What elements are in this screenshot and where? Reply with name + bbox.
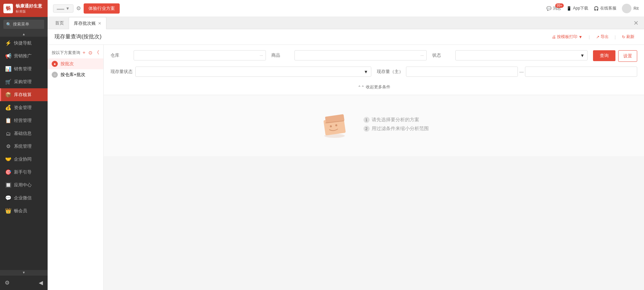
status-select[interactable]: ▼ [455,50,588,60]
filter-area: 仓库 ··· 商品 ··· [104,45,644,95]
empty-state: 1 请先选择要分析的方案 2 用过滤条件来缩小分析范围 [104,95,644,156]
warehouse-more-icon: ··· [260,53,263,57]
nav-label-system: 系统管理 [14,143,32,149]
online-service-button[interactable]: 🎧 在线客服 [594,5,616,11]
tab-close-icon[interactable]: ✕ [98,21,101,26]
settings-footer-button[interactable]: ⚙ [3,278,11,287]
collapse-up-icon: ⌃⌃ [358,85,365,90]
query-button[interactable]: 查询 [593,50,615,61]
sidebar-item-shortcut[interactable]: ⚡ 快捷导航 [0,37,48,50]
sidebar-item-wechat[interactable]: 💬 企业微信 [0,192,48,204]
collapse-more-label: 收起更多条件 [366,84,390,90]
product-input[interactable]: ··· [294,50,427,60]
nav-icon-sales: 📊 [5,66,11,72]
nav-label-apps: 应用中心 [14,182,32,188]
topbar-left: ▬▬ ▼ ⚙ 体验行业方案 [53,3,542,14]
experience-btn[interactable]: 体验行业方案 [84,3,120,14]
left-panel-header: 按以下方案查询 ＋ ⊙ 《 [48,48,103,58]
inventory-main-to[interactable] [525,67,637,77]
scheme-icon-batch: ● [52,61,58,67]
tabs-bar: 首页 库存批次账 ✕ ✕ [48,17,644,29]
sidebar-item-apps[interactable]: 🔲 应用中心 [0,179,48,192]
settings-button[interactable]: 设置 [618,50,637,62]
tip1-text: 请先选择要分析的方案 [372,117,419,123]
filter-status: 状态 ▼ [432,50,588,60]
topbar-settings-button[interactable]: ⚙ [76,5,81,12]
sidebar-item-marketing[interactable]: 📢 营销推广 [0,50,48,62]
tab-home[interactable]: 首页 [50,17,69,29]
sidebar-footer: ⚙ ◀ [0,275,48,290]
sidebar-item-finance[interactable]: 💰 资金管理 [0,101,48,114]
refresh-button[interactable]: ↻ 刷新 [619,33,637,41]
sidebar: 畅 畅康通好生意 标准版 🔍 搜索菜单 ▲ ⚡ 快捷导航 📢 营销推广 📊 销售… [0,0,48,290]
sidebar-item-inventory[interactable]: 📦 库存核算 [0,88,48,101]
collapse-left-button[interactable]: 《 [95,50,99,56]
main-content: 按以下方案查询 ＋ ⊙ 《 ● 按批次 ○ 按仓库+批次 [48,45,644,290]
nav-label-enterprise: 企业协同 [14,156,32,162]
tab-batch[interactable]: 库存批次账 ✕ [69,17,106,29]
scheme-icon-warehouse-batch: ○ [52,72,58,78]
warehouse-input[interactable]: ··· [134,50,266,60]
nav-icon-inventory: 📦 [5,92,11,98]
sidebar-item-enterprise[interactable]: 🤝 企业协同 [0,153,48,166]
page-close-button[interactable]: ✕ [631,18,641,28]
print-button[interactable]: 🖨 按模板打印 ▼ [549,33,585,41]
nav-icon-basic: 🗂 [5,131,11,137]
export-button[interactable]: ↗ 导出 [593,33,611,41]
app-download-button[interactable]: 📱 App下载 [566,5,588,11]
sidebar-item-system[interactable]: ⚙ 系统管理 [0,140,48,153]
sidebar-item-basic[interactable]: 🗂 基础信息 [0,127,48,140]
inventory-status-dropdown-icon: ▼ [364,69,368,74]
scroll-down-button[interactable]: ▼ [0,270,48,275]
app-logo: 畅 [3,4,13,13]
messages-button[interactable]: 💬 消息 99+ [546,5,561,11]
user-profile[interactable]: Rit [622,4,639,13]
phone-icon: 📱 [566,6,572,11]
empty-tips: 1 请先选择要分析的方案 2 用过滤条件来缩小分析范围 [363,117,429,134]
sidebar-item-operation[interactable]: 📋 经营管理 [0,114,48,127]
svg-point-5 [335,124,337,126]
chevron-down-icon: ▼ [66,6,70,11]
topbar-dropdown[interactable]: ▬▬ ▼ [53,4,73,13]
page-header: 现存量查询(按批次) 🖨 按模板打印 ▼ | ↗ 导出 | ↻ 刷新 [48,29,644,45]
nav-label-operation: 经营管理 [14,117,32,124]
main-body: 现存量查询(按批次) 🖨 按模板打印 ▼ | ↗ 导出 | ↻ 刷新 [48,29,644,290]
search-menu-button[interactable]: 🔍 搜索菜单 [3,20,44,29]
nav-icon-marketing: 📢 [5,53,11,59]
home-tab-label: 首页 [55,20,64,26]
filter-actions: 查询 设置 [593,49,637,62]
headset-icon: 🎧 [594,6,599,11]
collapse-sidebar-button[interactable]: ◀ [37,278,44,287]
refresh-icon: ↻ [622,35,625,39]
sidebar-search-area: 🔍 搜索菜单 [0,17,48,32]
username: Rit [633,6,639,11]
sidebar-header: 畅 畅康通好生意 标准版 [0,0,48,17]
add-scheme-button[interactable]: ＋ [82,50,86,56]
left-panel-title: 按以下方案查询 [52,50,80,56]
inventory-status-label: 现存量状态 [111,69,133,75]
nav-label-newbie: 新手引导 [14,169,32,175]
status-dropdown-icon: ▼ [580,53,584,58]
warehouse-label: 仓库 [111,52,131,58]
scheme-item-batch[interactable]: ● 按批次 [48,58,103,69]
divider1: | [589,34,590,39]
settings-scheme-button[interactable]: ⊙ [88,50,92,56]
sidebar-item-purchase[interactable]: 🛒 采购管理 [0,75,48,88]
sidebar-item-sales[interactable]: 📊 销售管理 [0,62,48,75]
print-icon: 🖨 [552,35,556,39]
nav-icon-operation: 📋 [5,117,11,124]
sidebar-item-newbie[interactable]: 🎯 新手引导 [0,166,48,179]
inventory-status-select[interactable]: ▼ [135,67,371,77]
inventory-main-from[interactable] [406,67,518,77]
nav-label-finance: 资金管理 [14,105,32,111]
scheme-item-warehouse-batch[interactable]: ○ 按仓库+批次 [48,69,103,80]
nav-icon-newbie: 🎯 [5,169,11,175]
sidebar-item-member[interactable]: 👑 畅会员 [0,204,48,217]
collapse-more-btn[interactable]: ⌃⌃ 收起更多条件 [111,81,637,93]
app-subtitle: 标准版 [16,9,42,14]
filter-inventory-main: 现存量（主） — [377,67,638,77]
user-avatar [622,4,631,13]
scroll-up-button[interactable]: ▲ [0,32,48,37]
tip2-text: 用过滤条件来缩小分析范围 [372,126,429,132]
status-label: 状态 [432,52,453,58]
